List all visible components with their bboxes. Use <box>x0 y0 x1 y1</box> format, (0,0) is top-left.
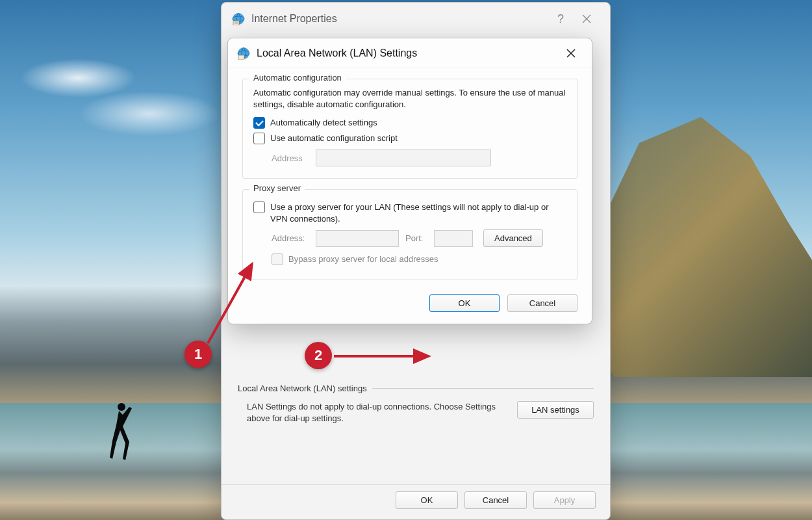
parent-window-title: Internet Properties <box>251 13 548 25</box>
lan-settings-section: Local Area Network (LAN) settings LAN Se… <box>238 384 594 424</box>
cloud-decoration <box>19 58 136 98</box>
internet-options-icon <box>232 12 245 25</box>
svg-rect-3 <box>233 21 239 25</box>
auto-detect-checkbox[interactable] <box>253 117 265 129</box>
lan-settings-dialog: Local Area Network (LAN) Settings Automa… <box>227 38 592 324</box>
parent-ok-button[interactable]: OK <box>396 491 458 509</box>
lan-section-title: Local Area Network (LAN) settings <box>238 384 367 393</box>
proxy-address-input[interactable] <box>316 230 399 247</box>
parent-cancel-button[interactable]: Cancel <box>464 491 527 509</box>
parent-button-row: OK Cancel Apply <box>222 484 610 509</box>
proxy-server-group: Proxy server Use a proxy server for your… <box>242 189 577 280</box>
parent-apply-button[interactable]: Apply <box>533 491 596 509</box>
script-address-label: Address <box>272 153 309 163</box>
bypass-local-label: Bypass proxy server for local addresses <box>288 254 438 265</box>
proxy-port-label: Port: <box>405 233 427 243</box>
svg-rect-8 <box>238 55 244 60</box>
lan-section-description: LAN Settings do not apply to dial-up con… <box>247 401 504 424</box>
proxy-address-label: Address: <box>272 233 309 243</box>
use-script-checkbox[interactable] <box>253 133 265 144</box>
script-address-input[interactable] <box>316 150 491 166</box>
use-script-label: Use automatic configuration script <box>270 133 398 144</box>
use-proxy-label: Use a proxy server for your LAN (These s… <box>270 202 566 224</box>
bypass-local-checkbox[interactable] <box>272 254 283 265</box>
svg-point-0 <box>118 403 125 411</box>
annotation-badge-2: 2 <box>305 342 332 369</box>
lan-dialog-title: Local Area Network (LAN) Settings <box>257 47 559 59</box>
runner-silhouette <box>107 402 133 460</box>
advanced-button[interactable]: Advanced <box>483 229 543 247</box>
internet-options-icon <box>237 47 250 60</box>
proxy-legend: Proxy server <box>249 183 305 193</box>
ok-button[interactable]: OK <box>429 294 500 312</box>
close-button[interactable] <box>559 42 583 65</box>
lan-settings-button[interactable]: LAN settings <box>517 401 594 419</box>
use-proxy-checkbox[interactable] <box>253 202 265 213</box>
parent-titlebar[interactable]: Internet Properties ? <box>222 3 610 35</box>
proxy-port-input[interactable] <box>434 230 473 247</box>
help-button[interactable]: ? <box>548 6 574 32</box>
close-button[interactable] <box>574 6 600 32</box>
annotation-badge-1: 1 <box>184 341 212 368</box>
lan-dialog-titlebar[interactable]: Local Area Network (LAN) Settings <box>228 38 592 68</box>
cloud-decoration <box>78 91 221 136</box>
lan-dialog-button-row: OK Cancel <box>242 291 577 312</box>
cancel-button[interactable]: Cancel <box>507 294 577 312</box>
divider <box>372 388 594 389</box>
auto-detect-label: Automatically detect settings <box>270 117 377 129</box>
auto-config-legend: Automatic configuration <box>249 73 346 83</box>
auto-config-description: Automatic configuration may override man… <box>253 87 566 110</box>
automatic-configuration-group: Automatic configuration Automatic config… <box>242 79 577 179</box>
